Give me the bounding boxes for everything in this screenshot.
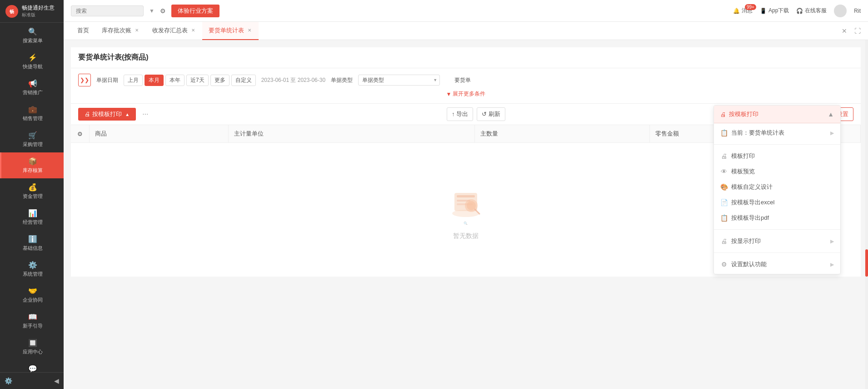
- filter-expand-icon[interactable]: ❯❯: [78, 74, 91, 86]
- sidebar-item-basic[interactable]: ℹ️ 基础信息: [0, 230, 64, 256]
- sales-nav-icon: 💼: [28, 105, 37, 114]
- table-col-unit: 主计量单位: [229, 125, 475, 143]
- tab-order-stat-close[interactable]: ✕: [247, 27, 252, 34]
- phone-icon: 📱: [760, 8, 767, 14]
- dropdown-divider-1: [714, 144, 840, 145]
- template-preview-label: 模板预览: [731, 167, 834, 176]
- display-print-icon: 🖨: [720, 237, 728, 245]
- sidebar-item-collab[interactable]: 🤝 企业协同: [0, 282, 64, 308]
- svg-text:畅: 畅: [10, 9, 14, 14]
- current-template-label: 当前：要货单统计表: [731, 129, 827, 137]
- expand-down-icon: ▼: [446, 91, 452, 97]
- expand-label: 展开更多条件: [453, 90, 485, 98]
- svg-rect-4: [457, 195, 475, 197]
- sidebar-item-purchase[interactable]: 🛒 采购管理: [0, 126, 64, 152]
- date-custom-btn[interactable]: 自定义: [231, 75, 256, 86]
- page-title: 要货单统计表(按商品): [78, 53, 853, 62]
- logo-text: 畅捷通好生意 标准版: [22, 5, 55, 18]
- print-template-button[interactable]: 🖨 按模板打印 ▲: [78, 108, 136, 121]
- sidebar-item-finance[interactable]: 💰 资金管理: [0, 178, 64, 204]
- more-options-icon[interactable]: ···: [140, 110, 151, 118]
- print-dropdown-menu: 🖨 按模板打印 ▲ 📋 当前：要货单统计表 ▶ 🖨 模板打印: [713, 105, 841, 274]
- date-prev-month-btn[interactable]: 上月: [124, 75, 143, 86]
- sidebar-item-marketing[interactable]: 📢 营销推广: [0, 75, 64, 101]
- notification-badge: 99+: [745, 4, 756, 10]
- chevron-right-icon: ❯❯: [80, 77, 89, 83]
- collab-nav-icon: 🤝: [28, 287, 37, 295]
- tab-collection-close[interactable]: ✕: [190, 27, 196, 34]
- display-print-label: 按显示打印: [731, 237, 827, 245]
- export-icon: ↑: [452, 111, 456, 117]
- trial-button[interactable]: 体验行业方案: [171, 5, 219, 17]
- right-scrollbar-track: [865, 40, 868, 389]
- app-download-button[interactable]: 📱 App下载: [760, 7, 789, 15]
- column-settings-icon[interactable]: ⚙: [77, 131, 83, 137]
- sidebar-item-weixin[interactable]: 💬 企业微信: [0, 360, 64, 372]
- date-range-text: 2023-06-01 至 2023-06-30: [261, 76, 325, 84]
- default-func-label: 设置默认功能: [731, 260, 827, 268]
- date-last7days-btn[interactable]: 近7天: [186, 75, 209, 86]
- date-more-btn[interactable]: 更多: [210, 75, 229, 86]
- expand-more-btn[interactable]: ▼ 展开更多条件: [446, 90, 486, 98]
- collapse-sidebar-icon[interactable]: ◀: [54, 377, 59, 384]
- dropdown-item-template-pdf[interactable]: 📋 按模板导出pdf: [714, 210, 840, 226]
- notification-button[interactable]: 🔔 消息 99+: [733, 7, 753, 15]
- username-label: Rit: [854, 8, 861, 14]
- tab-order-stat[interactable]: 要货单统计表 ✕: [202, 22, 259, 40]
- dropdown-title: 按模板打印: [729, 110, 758, 118]
- quick-nav-icon: ⚡: [28, 53, 37, 62]
- topbar-dropdown-icon[interactable]: ▼: [149, 8, 155, 14]
- dropdown-item-default-func[interactable]: ⚙ 设置默认功能 ▶: [714, 257, 840, 272]
- logo-icon: 畅: [5, 5, 18, 18]
- sidebar-item-sales[interactable]: 💼 销售管理: [0, 101, 64, 126]
- user-avatar[interactable]: [834, 5, 847, 17]
- dropdown-item-template-excel[interactable]: 📄 按模板导出excel: [714, 195, 840, 210]
- display-print-arrow-icon: ▶: [830, 238, 834, 244]
- tab-collection[interactable]: 收发存汇总表 ✕: [146, 22, 202, 40]
- topbar-gear-icon[interactable]: ⚙: [160, 7, 166, 15]
- printer-dropdown-icon: 🖨: [720, 111, 726, 118]
- date-curr-year-btn[interactable]: 本年: [165, 75, 185, 86]
- sidebar-item-quick[interactable]: ⚡ 快捷导航: [0, 49, 64, 75]
- refresh-button[interactable]: ↺ 刷新: [477, 107, 505, 121]
- dropdown-item-template-preview[interactable]: 👁 模板预览: [714, 164, 840, 179]
- online-service-button[interactable]: 🎧 在线客服: [796, 7, 827, 15]
- dropdown-section-template: 🖨 模板打印 👁 模板预览 🎨 模板自定义设计 📄 按模板导出excel 📋: [714, 147, 840, 227]
- tab-batch[interactable]: 库存批次账 ✕: [95, 22, 146, 40]
- dropdown-divider-2: [714, 229, 840, 230]
- tab-close-all-button[interactable]: ✕: [840, 25, 849, 36]
- sidebar-item-inventory[interactable]: 📦 库存核算: [0, 152, 64, 178]
- table-col-goods: 商品: [89, 125, 229, 143]
- dropdown-item-display-print[interactable]: 🖨 按显示打印 ▶: [714, 233, 840, 249]
- sales-nav-label: 销售管理: [23, 115, 43, 122]
- sidebar-item-operation[interactable]: 📊 经营管理: [0, 204, 64, 230]
- export-button[interactable]: ↑ 导出: [447, 107, 473, 121]
- tab-home[interactable]: 首页: [71, 22, 95, 40]
- online-service-label: 在线客服: [805, 7, 827, 15]
- dropdown-item-template-print[interactable]: 🖨 模板打印: [714, 148, 840, 164]
- dropdown-item-current[interactable]: 📋 当前：要货单统计表 ▶: [714, 125, 840, 141]
- order-type-select[interactable]: 单据类型: [358, 75, 440, 86]
- dropdown-collapse-icon[interactable]: ▲: [828, 111, 834, 118]
- print-dropdown-arrow: ▲: [125, 112, 130, 117]
- tab-batch-label: 库存批次账: [102, 26, 131, 35]
- sidebar-item-guide[interactable]: 📖 新手引导: [0, 308, 64, 334]
- page-header: 要货单统计表(按商品): [71, 47, 861, 68]
- filter-area: ❯❯ 单据日期 上月 本月 本年 近7天 更多 自定义 2023-06-01 至…: [71, 68, 861, 103]
- tab-batch-close[interactable]: ✕: [134, 27, 140, 34]
- sidebar-item-apps[interactable]: 🔲 应用中心: [0, 334, 64, 360]
- tab-maximize-button[interactable]: ⛶: [853, 25, 863, 36]
- sidebar-item-search[interactable]: 🔍 搜索菜单: [0, 23, 64, 49]
- table-col-settings[interactable]: ⚙: [71, 125, 89, 143]
- settings-bottom-icon[interactable]: ⚙️: [5, 377, 12, 384]
- template-pdf-label: 按模板导出pdf: [731, 214, 834, 222]
- right-scrollbar-thumb[interactable]: [865, 249, 868, 277]
- sidebar-item-system[interactable]: ⚙️ 系统管理: [0, 256, 64, 282]
- date-curr-month-btn[interactable]: 本月: [145, 75, 164, 86]
- print-btn-wrap: 🖨 按模板打印 ▲: [78, 108, 136, 121]
- dropdown-item-template-design[interactable]: 🎨 模板自定义设计: [714, 179, 840, 195]
- operation-nav-icon: 📊: [28, 209, 37, 217]
- topbar-search-input[interactable]: [71, 5, 144, 16]
- current-arrow-icon: ▶: [830, 130, 834, 136]
- template-design-label: 模板自定义设计: [731, 183, 834, 191]
